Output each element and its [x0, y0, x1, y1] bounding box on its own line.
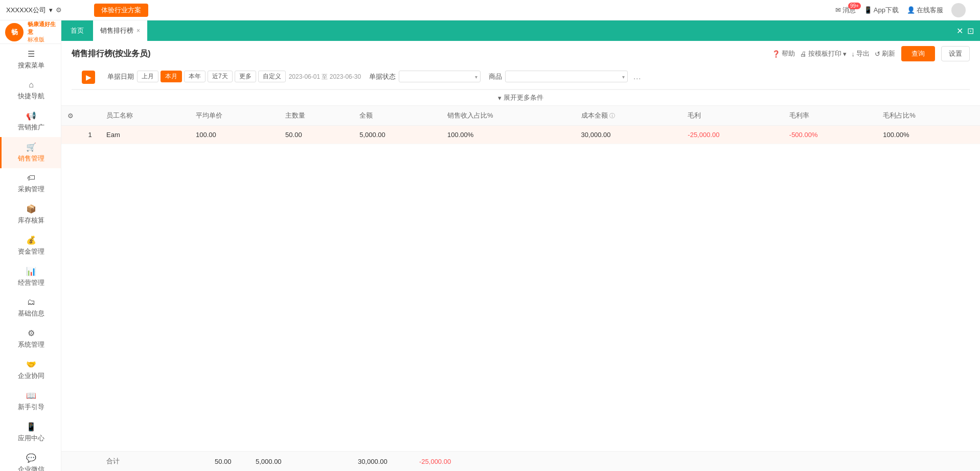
sidebar-item-basic[interactable]: 🗂 基础信息 — [0, 293, 61, 323]
table-header: ⚙ 员工名称 平均单价 主数量 全额 销售收入占比% 成本全额 ⓘ 毛利 毛利率… — [61, 106, 980, 126]
avatar[interactable] — [951, 3, 966, 17]
date-btn-more[interactable]: 更多 — [235, 71, 256, 82]
filter-expand-icon[interactable]: ▶ — [82, 71, 95, 84]
message-button[interactable]: ✉ 消息 99+ — [835, 6, 856, 15]
col-sales-pct: 销售收入占比% — [441, 106, 575, 126]
goods-filter-label: 商品 — [489, 72, 502, 81]
page-body: ⚙ 员工名称 平均单价 主数量 全额 销售收入占比% 成本全额 ⓘ 毛利 毛利率… — [61, 106, 980, 471]
goods-select[interactable] — [505, 71, 628, 82]
trial-button[interactable]: 体验行业方案 — [94, 4, 148, 17]
sidebar-item-label: 销售管理 — [18, 154, 44, 163]
filter-row: ▶ 单据日期 上月 本月 本年 近7天 更多 自定义 — [72, 65, 970, 89]
main-content: 首页 销售排行榜 × ✕ ⊡ 销售排行榜(按业务员) ❓ — [61, 20, 980, 471]
help-button[interactable]: ❓ 帮助 — [772, 49, 795, 58]
sidebar-item-purchase[interactable]: 🏷 采购管理 — [0, 168, 61, 199]
date-btn-last-month[interactable]: 上月 — [137, 71, 158, 82]
sidebar-item-system[interactable]: ⚙ 系统管理 — [0, 323, 61, 354]
sidebar-item-label: 采购管理 — [18, 185, 44, 194]
sidebar-item-quick[interactable]: ⌂ 快捷导航 — [0, 75, 61, 106]
tab-home[interactable]: 首页 — [61, 20, 93, 41]
sidebar-item-label: 基础信息 — [18, 309, 44, 318]
basic-icon: 🗂 — [27, 298, 35, 307]
sales-icon: 🛒 — [26, 142, 36, 152]
date-btn-this-year[interactable]: 本年 — [184, 71, 206, 82]
sidebar-item-wechat[interactable]: 💬 企业微信 — [0, 448, 61, 471]
wechat-icon: 💬 — [26, 453, 36, 463]
restore-window-icon[interactable]: ⊡ — [967, 26, 974, 36]
export-button[interactable]: ↓ 导出 — [852, 49, 870, 58]
row-gross-pct: 100.00% — [877, 126, 980, 144]
status-select[interactable] — [399, 71, 481, 82]
service-icon: 👤 — [907, 6, 915, 14]
sidebar-item-label: 库存核算 — [18, 216, 44, 225]
online-service-button[interactable]: 👤 在线客服 — [907, 6, 943, 15]
print-button[interactable]: 🖨 按模板打印 ▾ — [800, 49, 847, 58]
col-avg-price: 平均单价 — [190, 106, 279, 126]
tab-close-icon[interactable]: × — [136, 27, 140, 34]
page-actions: ❓ 帮助 🖨 按模板打印 ▾ ↓ 导出 — [772, 49, 896, 58]
footer-label: 合计 — [106, 457, 168, 466]
table-body: 1 Eam 100.00 50.00 5,000.00 100.00% 30,0… — [61, 126, 980, 144]
row-gross-rate: -500.00% — [783, 126, 877, 144]
settings-icon[interactable]: ⚙ — [56, 6, 62, 14]
company-selector[interactable]: XXXXXX公司 ▾ ⚙ — [6, 6, 88, 15]
sidebar-item-inventory[interactable]: 📦 库存核算 — [0, 199, 61, 230]
date-range-display: 2023-06-01 至 2023-06-30 — [289, 73, 361, 81]
sidebar-item-label: 快捷导航 — [18, 92, 44, 101]
sidebar-item-label: 经营管理 — [18, 278, 44, 287]
status-filter-label: 单据状态 — [369, 72, 396, 81]
sidebar-item-label: 应用中心 — [18, 434, 44, 443]
col-qty: 主数量 — [279, 106, 353, 126]
date-filter-label: 单据日期 — [107, 72, 134, 81]
page-title: 销售排行榜(按业务员) — [72, 49, 151, 59]
sidebar-item-marketing[interactable]: 📢 营销推广 — [0, 106, 61, 137]
sidebar-item-finance[interactable]: 💰 资金管理 — [0, 230, 61, 261]
col-settings[interactable]: ⚙ — [61, 106, 80, 126]
tabbar-actions: ✕ ⊡ — [956, 26, 980, 36]
sidebar-item-label: 资金管理 — [18, 247, 44, 256]
status-select-wrapper: ▾ — [399, 71, 481, 82]
sidebar-item-label: 营销推广 — [18, 123, 44, 132]
marketing-icon: 📢 — [26, 111, 36, 121]
goods-more-icon[interactable]: … — [633, 72, 641, 81]
operations-icon: 📊 — [26, 266, 36, 276]
dropdown-icon: ▾ — [49, 6, 53, 14]
sidebar-item-label: 企业协同 — [18, 371, 44, 380]
message-icon: ✉ — [835, 6, 841, 14]
export-icon: ↓ — [852, 50, 855, 58]
logo-icon: 畅 — [5, 23, 24, 41]
sidebar-item-operations[interactable]: 📊 经营管理 — [0, 261, 61, 293]
sidebar-item-label: 企业微信 — [18, 465, 44, 471]
sidebar-item-guide[interactable]: 📖 新手引导 — [0, 386, 61, 417]
date-btn-7days[interactable]: 近7天 — [208, 71, 233, 82]
footer-gross: -25,000.00 — [413, 458, 457, 465]
row-cost: 30,000.00 — [575, 126, 682, 144]
goods-filter: 商品 ▾ … — [489, 71, 641, 82]
sidebar-item-apps[interactable]: 📱 应用中心 — [0, 417, 61, 448]
message-badge: 99+ — [848, 3, 861, 9]
sidebar-item-search[interactable]: ☰ 搜索菜单 — [0, 44, 61, 75]
inventory-icon: 📦 — [26, 204, 36, 214]
tabbar: 首页 销售排行榜 × ✕ ⊡ — [61, 20, 980, 41]
date-btn-custom[interactable]: 自定义 — [258, 71, 286, 82]
app-download-button[interactable]: 📱 App下载 — [864, 6, 899, 15]
setting-button[interactable]: 设置 — [941, 46, 970, 61]
expand-more-button[interactable]: ▾ 展开更多条件 — [498, 93, 543, 102]
topbar-right: ✉ 消息 99+ 📱 App下载 👤 在线客服 — [835, 3, 974, 17]
close-all-tabs-icon[interactable]: ✕ — [956, 26, 963, 36]
date-btn-this-month[interactable]: 本月 — [161, 71, 182, 82]
query-button[interactable]: 查询 — [901, 46, 935, 61]
tab-sales-ranking[interactable]: 销售排行榜 × — [93, 20, 147, 41]
refresh-button[interactable]: ↺ 刷新 — [875, 49, 895, 58]
row-name: Eam — [100, 126, 190, 144]
row-qty: 50.00 — [279, 126, 353, 144]
expand-more-row: ▾ 展开更多条件 — [72, 89, 970, 105]
row-sales-pct: 100.00% — [441, 126, 575, 144]
footer-qty: 50.00 — [209, 458, 249, 465]
data-table: ⚙ 员工名称 平均单价 主数量 全额 销售收入占比% 成本全额 ⓘ 毛利 毛利率… — [61, 106, 980, 144]
row-avg-price: 100.00 — [190, 126, 279, 144]
sidebar-item-enterprise[interactable]: 🤝 企业协同 — [0, 354, 61, 386]
sidebar-item-sales[interactable]: 🛒 销售管理 — [0, 137, 61, 168]
refresh-icon: ↺ — [875, 50, 880, 58]
table-row: 1 Eam 100.00 50.00 5,000.00 100.00% 30,0… — [61, 126, 980, 144]
